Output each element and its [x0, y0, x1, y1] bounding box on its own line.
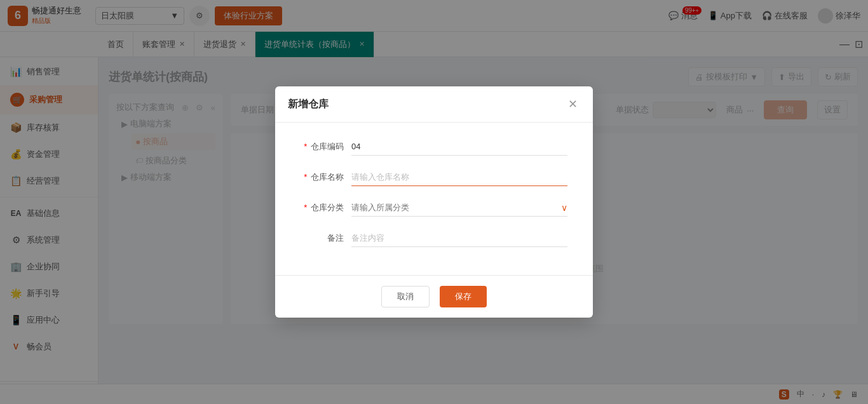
- code-required-star: *: [304, 142, 307, 151]
- code-input[interactable]: [351, 138, 567, 156]
- modal-overlay: 新增仓库 ✕ * 仓库编码 * 仓库名称: [0, 0, 868, 404]
- save-button[interactable]: 保存: [440, 286, 487, 307]
- cancel-button[interactable]: 取消: [381, 286, 430, 307]
- category-required-star: *: [304, 203, 307, 212]
- code-label: * 仓库编码: [301, 141, 351, 152]
- category-select-wrap: ∨: [351, 199, 567, 217]
- form-row-code: * 仓库编码: [301, 138, 567, 156]
- form-row-note: 备注: [301, 229, 567, 247]
- note-input[interactable]: [351, 229, 567, 247]
- name-required-star: *: [304, 172, 307, 182]
- name-label: * 仓库名称: [301, 172, 351, 183]
- category-label: * 仓库分类: [301, 202, 351, 213]
- category-dropdown-icon: ∨: [561, 203, 567, 213]
- form-row-name: * 仓库名称: [301, 168, 567, 186]
- modal-header: 新增仓库 ✕: [275, 86, 593, 123]
- modal-close-button[interactable]: ✕: [565, 97, 580, 112]
- modal-footer: 取消 保存: [275, 275, 593, 318]
- note-label: 备注: [301, 232, 351, 244]
- modal-body: * 仓库编码 * 仓库名称 * 仓库分类: [275, 123, 593, 275]
- modal-title: 新增仓库: [288, 98, 329, 111]
- add-warehouse-modal: 新增仓库 ✕ * 仓库编码 * 仓库名称: [275, 86, 593, 318]
- category-select[interactable]: [351, 199, 567, 217]
- form-row-category: * 仓库分类 ∨: [301, 199, 567, 217]
- name-input[interactable]: [351, 168, 567, 186]
